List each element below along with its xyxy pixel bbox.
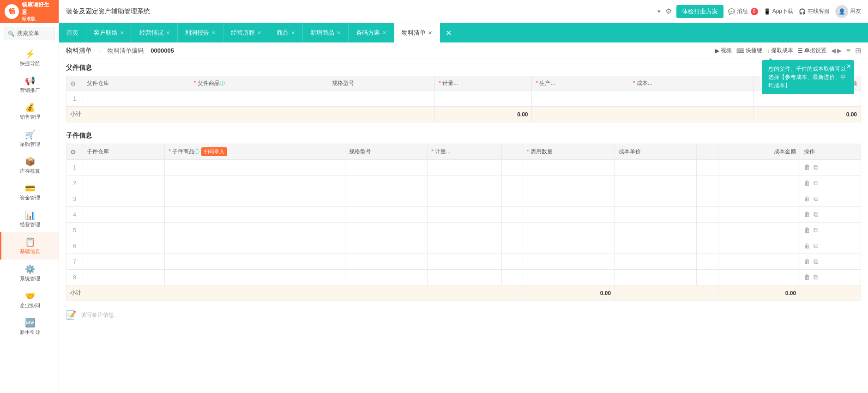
- view-btn[interactable]: ▶ 视频: [715, 47, 732, 54]
- sidebar-item-purchase[interactable]: 🛒 采购管理: [0, 125, 59, 152]
- delete-row-1-btn[interactable]: 🗑: [804, 163, 810, 171]
- copy-row-2-btn[interactable]: ⧉: [814, 179, 818, 187]
- sidebar-item-enterprise[interactable]: 🤝 企业协同: [0, 286, 59, 313]
- child-goods-6[interactable]: [165, 238, 345, 254]
- child-warehouse-2[interactable]: [83, 175, 165, 191]
- copy-row-3-btn[interactable]: ⧉: [814, 195, 818, 202]
- child-qty-unit-4[interactable]: [427, 207, 501, 223]
- sidebar-item-marketing[interactable]: 📢 营销推广: [0, 71, 59, 98]
- parent-goods-cell[interactable]: [190, 91, 328, 107]
- child-warehouse-4[interactable]: [83, 207, 165, 223]
- child-qty-unit-3[interactable]: [427, 191, 501, 207]
- child-unit-cost-3[interactable]: [615, 191, 697, 207]
- close-tab-new-goods[interactable]: ✕: [337, 30, 341, 36]
- tab-bom[interactable]: 物料清单 ✕: [394, 23, 440, 42]
- child-qty-unit-8[interactable]: [427, 270, 501, 285]
- child-warehouse-6[interactable]: [83, 238, 165, 254]
- sidebar-item-inventory[interactable]: 📦 库存核算: [0, 152, 59, 179]
- message-btn[interactable]: 💬 消息 6: [728, 7, 758, 15]
- child-spec-8[interactable]: [345, 270, 427, 285]
- close-tab-customer[interactable]: ✕: [120, 30, 124, 36]
- child-qty-unit-5[interactable]: [427, 223, 501, 238]
- child-req-qty-1[interactable]: [523, 160, 615, 175]
- tab-history[interactable]: 经营历程 ✕: [223, 23, 269, 42]
- delete-row-2-btn[interactable]: 🗑: [804, 179, 810, 187]
- child-unit-cost-1[interactable]: [615, 160, 697, 175]
- child-qty-unit-6[interactable]: [427, 238, 501, 254]
- delete-row-8-btn[interactable]: 🗑: [804, 273, 810, 281]
- copy-row-1-btn[interactable]: ⧉: [814, 163, 818, 171]
- parent-col-gear[interactable]: ⚙: [66, 76, 83, 91]
- child-spec-2[interactable]: [345, 175, 427, 191]
- copy-row-6-btn[interactable]: ⧉: [814, 242, 818, 249]
- copy-row-8-btn[interactable]: ⧉: [814, 273, 818, 281]
- parent-warehouse-cell[interactable]: [83, 91, 190, 107]
- child-unit-cost-5[interactable]: [615, 223, 697, 238]
- child-warehouse-8[interactable]: [83, 270, 165, 285]
- list-view-icon[interactable]: ≡: [846, 47, 850, 55]
- child-goods-3[interactable]: [165, 191, 345, 207]
- child-unit-cost-7[interactable]: [615, 254, 697, 270]
- close-tab-barcode[interactable]: ✕: [382, 30, 386, 36]
- close-all-tabs[interactable]: ✕: [440, 29, 457, 37]
- sidebar-item-operations[interactable]: 📊 经营管理: [0, 206, 59, 232]
- sidebar-search-area[interactable]: 🔍 搜索菜单: [0, 23, 59, 44]
- close-tab-profit[interactable]: ✕: [211, 30, 216, 36]
- child-req-qty-2[interactable]: [523, 175, 615, 191]
- child-req-qty-7[interactable]: [523, 254, 615, 270]
- online-service-btn[interactable]: 🎧 在线客服: [799, 7, 830, 15]
- tab-profit[interactable]: 利润报告 ✕: [178, 23, 223, 42]
- child-spec-5[interactable]: [345, 223, 427, 238]
- user-btn[interactable]: 👤 用友: [835, 5, 861, 18]
- tab-goods[interactable]: 商品 ✕: [269, 23, 303, 42]
- child-spec-1[interactable]: [345, 160, 427, 175]
- child-goods-8[interactable]: [165, 270, 345, 285]
- delete-row-6-btn[interactable]: 🗑: [804, 242, 810, 249]
- delete-row-4-btn[interactable]: 🗑: [804, 211, 810, 218]
- sidebar-item-quick-nav[interactable]: ⚡ 快捷导航: [0, 44, 59, 71]
- tab-new-goods[interactable]: 新增商品 ✕: [303, 23, 349, 42]
- gear-icon[interactable]: ⚙: [665, 7, 672, 16]
- extract-cost-btn[interactable]: ↓ 提取成本: [767, 47, 793, 54]
- child-goods-7[interactable]: [165, 254, 345, 270]
- child-spec-7[interactable]: [345, 254, 427, 270]
- child-req-qty-3[interactable]: [523, 191, 615, 207]
- child-warehouse-3[interactable]: [83, 191, 165, 207]
- child-req-qty-4[interactable]: [523, 207, 615, 223]
- child-unit-cost-2[interactable]: [615, 175, 697, 191]
- next-page-btn[interactable]: ▶: [837, 47, 842, 54]
- copy-row-5-btn[interactable]: ⧉: [814, 226, 818, 234]
- tab-barcode[interactable]: 条码方案 ✕: [349, 23, 394, 42]
- tooltip-close-btn[interactable]: ✕: [846, 62, 851, 71]
- tab-customer[interactable]: 客户联络 ✕: [86, 23, 132, 42]
- sidebar-item-basic-info[interactable]: 📋 基础信息: [0, 232, 59, 259]
- child-req-qty-8[interactable]: [523, 270, 615, 285]
- close-tab-goods[interactable]: ✕: [291, 30, 295, 36]
- parent-cost-cell[interactable]: [629, 91, 726, 107]
- child-goods-4[interactable]: [165, 207, 345, 223]
- dropdown-arrow-icon[interactable]: ▾: [657, 8, 661, 15]
- child-req-qty-5[interactable]: [523, 223, 615, 238]
- add-row-icon[interactable]: ⊞: [855, 46, 861, 55]
- child-warehouse-5[interactable]: [83, 223, 165, 238]
- scan-input-btn[interactable]: 扫码录入: [201, 147, 227, 156]
- experience-btn[interactable]: 体验行业方案: [676, 5, 723, 18]
- close-tab-history[interactable]: ✕: [257, 30, 261, 36]
- tab-operation[interactable]: 经营情况 ✕: [132, 23, 178, 42]
- delete-row-3-btn[interactable]: 🗑: [804, 195, 810, 202]
- note-placeholder[interactable]: 填写备注信息: [81, 311, 114, 319]
- child-spec-3[interactable]: [345, 191, 427, 207]
- child-qty-unit-2[interactable]: [427, 175, 501, 191]
- sidebar-item-guide[interactable]: 🆕 新手引导: [0, 313, 59, 340]
- search-menu-button[interactable]: 🔍 搜索菜单: [4, 27, 55, 40]
- parent-qty-cell[interactable]: [435, 91, 532, 107]
- copy-row-4-btn[interactable]: ⧉: [814, 211, 818, 218]
- shortcut-btn[interactable]: ⌨ 快捷键: [736, 47, 762, 54]
- child-warehouse-7[interactable]: [83, 254, 165, 270]
- child-warehouse-1[interactable]: [83, 160, 165, 175]
- delete-row-7-btn[interactable]: 🗑: [804, 258, 810, 265]
- child-col-gear[interactable]: ⚙: [66, 144, 83, 160]
- close-tab-bom[interactable]: ✕: [428, 30, 432, 36]
- parent-spec-cell[interactable]: [328, 91, 435, 107]
- sidebar-item-finance[interactable]: 💳 资金管理: [0, 179, 59, 206]
